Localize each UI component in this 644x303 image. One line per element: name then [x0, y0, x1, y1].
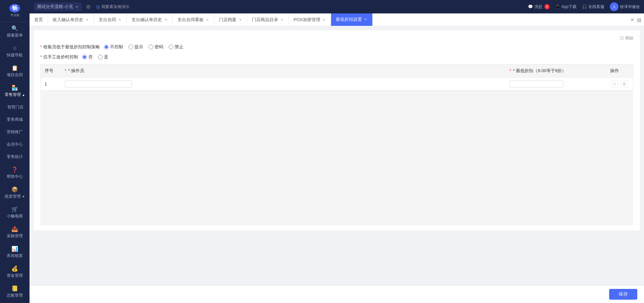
sidebar-item-purchase[interactable]: 📥 采购管理	[0, 222, 30, 242]
tabs-close-all-icon[interactable]: ✕	[630, 17, 634, 22]
tabs-menu-icon[interactable]: ▤	[637, 17, 641, 22]
sidebar-item-shortcut[interactable]: ☆ 快捷导航	[0, 42, 30, 61]
app-download-button[interactable]: 📱 App下载	[555, 4, 577, 10]
tab-close-icon[interactable]: ×	[280, 17, 284, 22]
messages-button[interactable]: 💬 消息 8	[528, 4, 550, 10]
tab-label: POS加密管理	[293, 17, 320, 23]
sidebar-item-invoice[interactable]: 🧾 发票管理	[0, 302, 30, 303]
demo-icon: ◎	[96, 4, 100, 9]
tab-close-icon[interactable]: ×	[206, 17, 209, 22]
col-header-seq: 序号	[41, 64, 61, 78]
project-dropdown-icon: ▼	[75, 5, 78, 9]
strategy-ban[interactable]: 禁止	[169, 44, 183, 50]
tab-close-icon[interactable]: ×	[322, 17, 326, 22]
user-menu[interactable]: 人 徐泽华修改	[610, 2, 640, 11]
logo-text: 专业版	[10, 13, 19, 17]
manual-price-no[interactable]: 否	[82, 54, 93, 60]
tab-income-confirm[interactable]: 收入确认单历史 ×	[48, 13, 94, 26]
tab-payment-board[interactable]: 支出合同看板 ×	[173, 13, 214, 26]
strategy-password[interactable]: 密码	[149, 44, 163, 50]
col-header-actions: 操作	[606, 64, 633, 78]
strategy-prompt[interactable]: 提示	[128, 44, 143, 50]
tab-payment-confirm[interactable]: 支出确认单历史 ×	[127, 13, 173, 26]
sidebar-item-label: 会员中心	[7, 142, 23, 147]
sidebar-item-ecommerce[interactable]: 🛒 小畅电商	[0, 203, 30, 222]
strategy-prompt-radio[interactable]	[128, 45, 133, 49]
sidebar-item-batch-mgmt[interactable]: 📦 批发管理 ▼	[0, 183, 30, 203]
sidebar-item-label: 采购管理	[7, 233, 23, 239]
sidebar-item-retail-mall[interactable]: 零售商城	[0, 113, 30, 126]
store-icon: 🏪	[11, 85, 18, 91]
sidebar-item-project[interactable]: 📋 项目合同	[0, 61, 30, 81]
operator-input[interactable]	[65, 80, 132, 88]
tab-label: 收入确认单历史	[53, 17, 83, 23]
message-icon: 💬	[528, 4, 533, 9]
tab-store-products[interactable]: 门店商品目录 ×	[247, 13, 289, 26]
save-button[interactable]: 保存	[609, 289, 637, 300]
sidebar-item-label: 零售商城	[7, 117, 23, 122]
sidebar-item-ledger[interactable]: 📒 总账管理	[0, 282, 30, 302]
settings-gear-icon: ⚙	[86, 4, 91, 10]
strategy-no-control-label: 不控制	[110, 44, 123, 50]
contract-icon: 📋	[11, 65, 18, 71]
help-button[interactable]: ⓘ 帮助	[620, 36, 633, 41]
manual-price-no-radio[interactable]	[82, 55, 87, 59]
tab-close-icon[interactable]: ×	[364, 17, 368, 22]
tab-min-discount[interactable]: 最低折扣设置 ×	[331, 13, 373, 26]
tab-close-icon[interactable]: ×	[238, 17, 242, 22]
tab-store-file[interactable]: 门店档案 ×	[214, 13, 247, 26]
sidebar-item-label: 零售管理	[5, 92, 21, 98]
strategy-no-control[interactable]: 不控制	[104, 44, 123, 50]
sidebar-item-inventory[interactable]: 📊 库存核算	[0, 242, 30, 262]
row-edit-button[interactable]: ✎	[611, 80, 618, 88]
strategy-ban-label: 禁止	[175, 44, 183, 50]
demo-text: 我要看实例演示	[101, 4, 129, 10]
tab-label: 门店商品目录	[252, 17, 278, 23]
sidebar-item-smart-store[interactable]: 智营门店	[0, 101, 30, 113]
project-selector[interactable]: 测试分开流程-小兄 ▼	[34, 2, 82, 11]
tab-close-icon[interactable]: ×	[85, 17, 89, 22]
demo-link[interactable]: ◎ 我要看实例演示	[96, 4, 129, 10]
sidebar-item-finance[interactable]: 💰 资金管理	[0, 262, 30, 282]
sidebar-item-label: 零售统计	[7, 154, 23, 160]
strategy-no-control-radio[interactable]	[104, 45, 109, 49]
star-icon: ☆	[12, 45, 17, 51]
sidebar-item-help-center[interactable]: ❓ 帮助中心	[0, 163, 30, 183]
manual-price-label: * 仅手工改价时控制	[40, 54, 78, 60]
tab-label: 门店档案	[219, 17, 236, 23]
manual-price-yes-radio[interactable]	[98, 55, 103, 59]
strategy-ban-radio[interactable]	[169, 45, 173, 49]
tab-pos-password[interactable]: POS加密管理 ×	[289, 13, 331, 26]
sidebar-item-label: 库存核算	[7, 253, 23, 259]
empty-area	[40, 91, 633, 225]
help-label: 帮助	[625, 36, 633, 41]
strategy-password-radio[interactable]	[149, 45, 153, 49]
sidebar: 畅 专业版 🔍 搜索菜单 ☆ 快捷导航 📋 项目合同 🏪 零售管理 ▲ 智营门店…	[0, 0, 30, 303]
sidebar-item-retail-mgmt[interactable]: 🏪 零售管理 ▲	[0, 81, 30, 101]
discount-input[interactable]	[509, 80, 563, 88]
manual-price-yes[interactable]: 是	[98, 54, 108, 60]
tab-close-icon[interactable]: ×	[164, 17, 168, 22]
topbar-settings-button[interactable]: ⚙	[86, 4, 91, 10]
tab-close-icon[interactable]: ×	[118, 17, 122, 22]
tab-payment-contract[interactable]: 支出合同 ×	[94, 13, 127, 26]
finance-icon: 💰	[11, 265, 18, 272]
sidebar-item-label: 帮助中心	[7, 174, 23, 180]
tab-label: 支出合同	[99, 17, 116, 23]
online-support-button[interactable]: 🎧 在线客服	[582, 4, 604, 10]
row-delete-button[interactable]: 🗑	[621, 80, 628, 88]
main-content: 测试分开流程-小兄 ▼ ⚙ ◎ 我要看实例演示 💬 消息 8 📱 App下载 🎧…	[30, 0, 644, 303]
ecommerce-icon: 🛒	[11, 206, 18, 212]
tab-home[interactable]: 首页	[30, 13, 48, 26]
user-name: 徐泽华修改	[620, 4, 640, 10]
sidebar-item-retail-stats[interactable]: 零售统计	[0, 151, 30, 163]
sidebar-item-member-center[interactable]: 会员中心	[0, 138, 30, 151]
sidebar-item-label: 项目合同	[7, 72, 23, 78]
discount-table: 序号 * * 操作员 * * 最低折扣（9.00等于9折） 操作	[41, 64, 633, 91]
tab-label: 最低折扣设置	[336, 16, 362, 22]
sidebar-item-sales-promo[interactable]: 营销推广	[0, 126, 30, 138]
messages-badge: 8	[544, 4, 550, 9]
project-name: 测试分开流程-小兄	[37, 4, 73, 10]
sidebar-item-search[interactable]: 🔍 搜索菜单	[0, 22, 30, 42]
online-support-label: 在线客服	[588, 4, 604, 10]
